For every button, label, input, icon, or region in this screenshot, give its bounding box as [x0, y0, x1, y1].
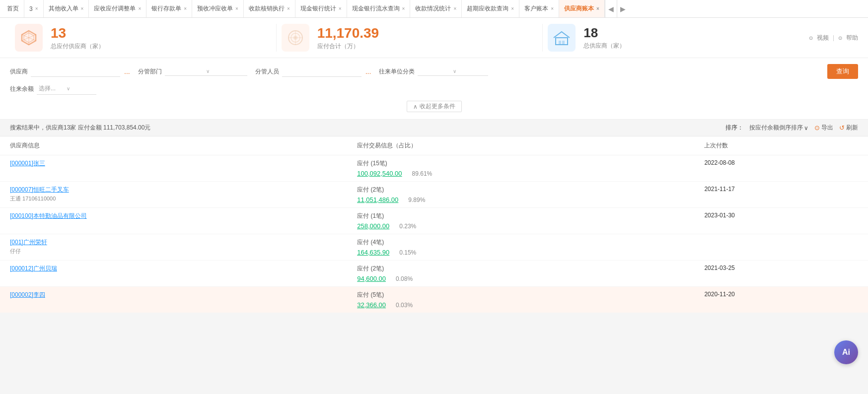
supplier-filter-dots[interactable]: ... — [124, 67, 130, 75]
payable-amount-link[interactable]: 94,600.00 — [357, 275, 386, 282]
nav-tab-other-income[interactable]: 其他收入单 × — [44, 0, 89, 18]
help-link[interactable]: 帮助 — [846, 34, 858, 42]
nav-tab-receipt-verify[interactable]: 收款核销执行 × — [244, 0, 295, 18]
payable-info-text: 应付 (2笔) — [357, 264, 684, 273]
supplier-link[interactable]: [000007]恒旺二手叉车 — [10, 186, 69, 193]
nav-tab-prepay-label: 预收冲应收单 — [197, 4, 233, 13]
nav-tab-receipt-stat-label: 收款情况统计 — [415, 4, 451, 13]
summary-card-total-suppliers: 18 总供应商（家） — [543, 24, 809, 52]
nav-tab-customer-account[interactable]: 客户账本 × — [519, 0, 559, 18]
nav-tab-cash-bank-stat[interactable]: 现金银行统计 × — [295, 0, 347, 18]
svg-rect-12 — [562, 41, 565, 45]
nav-tab-overdue-query[interactable]: 超期应收款查询 × — [462, 0, 519, 18]
nav-tab-cash-bank-stat-label: 现金银行统计 — [300, 4, 336, 13]
payable-info-text: 应付 (4笔) — [357, 238, 684, 247]
payable-suppliers-number: 13 — [51, 25, 104, 42]
filter-row-2: 往来余额 选择... ∨ — [10, 83, 858, 95]
result-bar: 搜索结果中，供应商13家 应付金额 111,703,854.00元 排序： 按应… — [0, 120, 868, 136]
nav-tab-ap-adjust[interactable]: 应收应付调整单 × — [89, 0, 146, 18]
payable-pct: 0.08% — [396, 275, 413, 282]
supplier-link[interactable]: [000012]广州贝瑞 — [10, 265, 57, 272]
category-select-arrow: ∨ — [453, 68, 486, 74]
supplier-filter-input[interactable] — [31, 66, 120, 77]
nav-right-arrow[interactable]: ▶ — [617, 0, 629, 18]
sort-label: 排序： — [725, 124, 743, 132]
filter-row-1: 供应商 ... 分管部门 ∨ 分管人员 ... 往来单位分类 ∨ 查询 — [10, 64, 858, 79]
table-row: [000001]张三应付 (15笔)100,092,540.0089.61%20… — [0, 155, 868, 182]
th-last-payment: 上次付数 — [694, 136, 868, 155]
last-payment-cell: 2020-11-20 — [694, 287, 868, 313]
supplier-cell: [000100]本特勤油品有限公司 — [0, 208, 347, 234]
nav-tab-3-close[interactable]: × — [35, 6, 38, 11]
nav-tab-bank-deposit[interactable]: 银行存款单 × — [146, 0, 192, 18]
payable-amount-link[interactable]: 258,000.00 — [357, 222, 389, 230]
supplier-link[interactable]: [001]广州荣轩 — [10, 239, 47, 246]
balance-filter-select[interactable]: 选择... ∨ — [37, 83, 96, 95]
diamond-icon — [15, 24, 43, 52]
category-filter-select[interactable]: ∨ — [418, 67, 488, 76]
supplier-link[interactable]: [000100]本特勤油品有限公司 — [10, 212, 87, 219]
table-row: [000002]李四应付 (5笔)32,366.000.03%2020-11-2… — [0, 287, 868, 313]
table-row: [000007]恒旺二手叉车王通 17106110000应付 (2笔)11,05… — [0, 182, 868, 208]
nav-tab-supplier-account[interactable]: 供应商账本 × — [559, 0, 605, 18]
total-suppliers-number: 18 — [583, 25, 625, 41]
person-filter-input[interactable] — [282, 66, 362, 77]
svg-rect-10 — [556, 38, 568, 45]
summary-text-payable-suppliers: 13 总应付供应商（家） — [51, 25, 104, 51]
payable-amount-link[interactable]: 32,366.00 — [357, 301, 386, 309]
circle-icon-2: ⊙ — [838, 35, 842, 41]
wheat-icon — [282, 24, 309, 52]
nav-tab-cash-bank-stat-close[interactable]: × — [339, 6, 342, 11]
balance-select-arrow: ∨ — [67, 86, 94, 91]
nav-tab-customer-account-close[interactable]: × — [551, 6, 554, 11]
balance-select-placeholder: 选择... — [39, 84, 67, 93]
export-label: 导出 — [821, 124, 833, 132]
payable-pct: 9.89% — [408, 197, 425, 203]
collapse-button[interactable]: ∧ 收起更多条件 — [407, 101, 462, 112]
query-button[interactable]: 查询 — [827, 64, 858, 79]
nav-tab-prepay[interactable]: 预收冲应收单 × — [192, 0, 244, 18]
table-row: [001]广州荣轩仔仔应付 (4笔)164,635.900.15% — [0, 234, 868, 261]
filter-person: 分管人员 ... — [255, 66, 371, 77]
sort-select[interactable]: 按应付余额倒序排序 ∨ — [749, 124, 808, 132]
nav-tab-3[interactable]: 3 × — [24, 0, 44, 18]
payable-cell: 应付 (2笔)94,600.000.08% — [347, 261, 694, 287]
summary-bar: 13 总应付供应商（家） 11,170.39 应付合计（万） — [0, 18, 868, 58]
department-filter-select[interactable]: ∨ — [165, 67, 247, 76]
refresh-label: 刷新 — [846, 124, 858, 132]
nav-tab-overdue-query-label: 超期应收款查询 — [467, 4, 508, 13]
payable-amount-link[interactable]: 100,092,540.00 — [357, 170, 402, 177]
filter-area: 供应商 ... 分管部门 ∨ 分管人员 ... 往来单位分类 ∨ 查询 — [0, 58, 868, 120]
nav-tab-ap-adjust-close[interactable]: × — [138, 6, 141, 11]
payable-amount-link[interactable]: 164,635.90 — [357, 249, 389, 256]
payable-pct: 0.23% — [399, 223, 416, 230]
summary-card-payable-suppliers: 13 总应付供应商（家） — [10, 24, 277, 52]
nav-tab-prepay-close[interactable]: × — [235, 6, 238, 11]
nav-tab-overdue-query-close[interactable]: × — [511, 6, 514, 11]
refresh-button[interactable]: ↺ 刷新 — [839, 124, 858, 132]
nav-tab-cash-bank-flow-label: 现金银行流水查询 — [352, 4, 400, 13]
nav-tab-cash-bank-flow-close[interactable]: × — [402, 6, 405, 11]
payable-pct: 0.15% — [399, 249, 416, 256]
filter-supplier: 供应商 ... — [10, 66, 130, 77]
supplier-link[interactable]: [000001]张三 — [10, 160, 45, 167]
nav-tab-home[interactable]: 首页 — [2, 0, 24, 18]
video-link[interactable]: 视频 — [817, 34, 829, 42]
payable-amount-link[interactable]: 11,051,486.00 — [357, 196, 398, 203]
person-filter-dots[interactable]: ... — [365, 67, 371, 75]
export-button[interactable]: ⊙ 导出 — [814, 124, 833, 132]
supplier-filter-label: 供应商 — [10, 67, 28, 76]
nav-tab-cash-bank-flow[interactable]: 现金银行流水查询 × — [347, 0, 411, 18]
department-filter-label: 分管部门 — [138, 67, 162, 76]
nav-left-arrow[interactable]: ◀ — [605, 0, 617, 18]
nav-tab-bank-deposit-close[interactable]: × — [184, 6, 187, 11]
nav-tab-other-income-close[interactable]: × — [81, 6, 84, 11]
nav-tab-bank-deposit-label: 银行存款单 — [151, 4, 181, 13]
last-payment-cell — [694, 234, 868, 261]
nav-tab-receipt-verify-close[interactable]: × — [287, 6, 290, 11]
nav-tab-receipt-stat-close[interactable]: × — [453, 6, 456, 11]
supplier-link[interactable]: [000002]李四 — [10, 291, 45, 298]
nav-tab-receipt-stat[interactable]: 收款情况统计 × — [410, 0, 462, 18]
result-summary-text: 搜索结果中，供应商13家 应付金额 111,703,854.00元 — [10, 124, 725, 132]
nav-tab-supplier-account-close[interactable]: × — [596, 6, 599, 11]
